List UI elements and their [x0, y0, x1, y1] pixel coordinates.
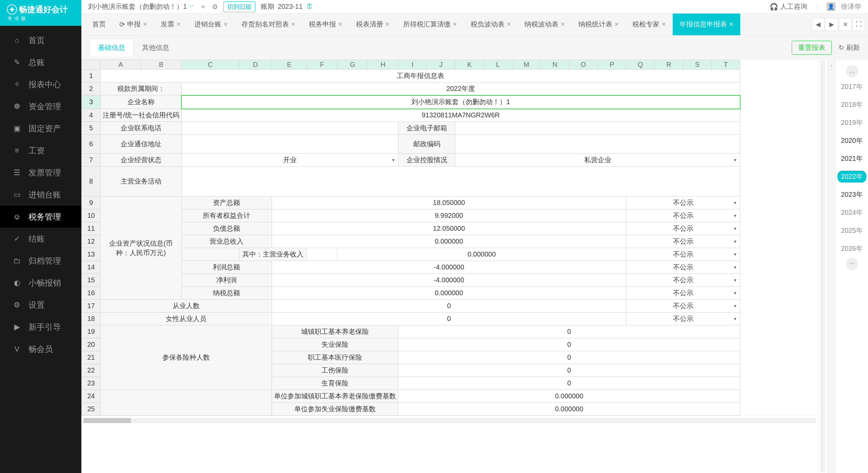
tab-close-icon[interactable]: ✕ [507, 21, 511, 27]
period-value[interactable]: 2023-11 [278, 3, 302, 11]
tab-11[interactable]: 税检专家✕ [626, 14, 673, 35]
switch-old-button[interactable]: 切到旧版 [223, 1, 255, 12]
tab-prefix-icon: ⟳ [119, 20, 125, 29]
horizontal-scrollbar[interactable] [81, 416, 818, 425]
nav-item-7[interactable]: ▭进销台账 [0, 184, 81, 206]
nav-item-14[interactable]: V畅会员 [0, 338, 81, 360]
nav-item-1[interactable]: ✎总账 [0, 51, 81, 73]
reset-report-button[interactable]: 重置报表 [792, 41, 832, 55]
disclosure-select[interactable]: 不公示 [626, 209, 740, 222]
tab-close-icon[interactable]: ✕ [176, 21, 181, 27]
disclosure-select[interactable]: 不公示 [626, 196, 740, 209]
year-option[interactable]: 2019年 [837, 117, 866, 129]
year-option[interactable]: 2020年 [837, 135, 866, 147]
nav-item-2[interactable]: ✧报表中心 [0, 73, 81, 95]
tab-5[interactable]: 税务申报✕ [302, 14, 349, 35]
year-option[interactable]: 2021年 [837, 153, 866, 165]
holding-select[interactable]: 私营企业 [455, 154, 740, 167]
fullscreen-button[interactable]: ⛶ [852, 18, 865, 31]
tab-close-icon[interactable]: ✕ [662, 21, 666, 27]
nav-item-8[interactable]: ☺税务管理 [0, 206, 81, 228]
tab-close-icon[interactable]: ✕ [385, 21, 390, 27]
disclosure-select[interactable]: 不公示 [626, 313, 740, 325]
spreadsheet[interactable]: ABCDEFGHIJKLMNOPQRST1工商年报信息表2税款所属期间：2022… [81, 60, 818, 473]
account-settings-icon[interactable]: ⚙ [212, 3, 218, 11]
year-option[interactable]: 2023年 [837, 189, 866, 201]
tab-close-icon[interactable]: ✕ [453, 21, 457, 27]
add-account-icon[interactable]: ＋ [200, 2, 206, 11]
tab-1[interactable]: ⟳申报✕ [113, 14, 154, 35]
refresh-button[interactable]: ↻ 刷新 [839, 43, 860, 52]
tab-8[interactable]: 税负波动表✕ [464, 14, 518, 35]
year-option[interactable]: 2026年 [837, 243, 866, 254]
collapse-rail-button[interactable]: ‹ [827, 60, 835, 473]
nav-icon: ✎ [12, 58, 22, 67]
tab-12[interactable]: 年报信息申报表✕ [673, 14, 740, 35]
nav-icon: V [12, 344, 22, 354]
nav-icon: ☰ [12, 168, 22, 177]
nav-item-12[interactable]: ⚙设置 [0, 294, 81, 316]
year-down-button[interactable]: ﹀ [846, 258, 858, 270]
nav-item-6[interactable]: ☰发票管理 [0, 162, 81, 184]
inner-tab-basic[interactable]: 基础信息 [90, 39, 134, 57]
tab-4[interactable]: 存货别名对照表✕ [235, 14, 302, 35]
nav-icon: ☺ [12, 212, 22, 222]
tab-close-all-button[interactable]: ✕ [839, 18, 852, 31]
tab-close-icon[interactable]: ✕ [291, 21, 295, 27]
account-selector[interactable]: 刘小艳演示账套（勿删勿动！）1 ﹀ [88, 2, 194, 11]
tab-6[interactable]: 税表清册✕ [349, 14, 396, 35]
tab-close-icon[interactable]: ✕ [729, 21, 733, 27]
nav-item-9[interactable]: ✓结账 [0, 228, 81, 250]
year-option[interactable]: 2022年 [837, 171, 866, 183]
tab-3[interactable]: 进销台账✕ [188, 14, 235, 35]
year-option[interactable]: 2024年 [837, 207, 866, 219]
tab-close-icon[interactable]: ✕ [614, 21, 619, 27]
disclosure-select[interactable]: 不公示 [626, 235, 740, 248]
year-option[interactable]: 2025年 [837, 225, 866, 236]
company-name-cell[interactable]: 刘小艳演示账套（勿删勿动！）1 [181, 95, 740, 109]
tab-0[interactable]: 首页 [85, 14, 113, 35]
calendar-icon[interactable]: 🗓 [306, 3, 313, 11]
nav-icon: ▶ [12, 322, 22, 332]
tabbar: 首页⟳申报✕发票✕进销台账✕存货别名对照表✕税务申报✕税表清册✕所得税汇算清缴✕… [81, 14, 868, 35]
tab-close-icon[interactable]: ✕ [223, 21, 228, 27]
tab-prev-button[interactable]: ◀ [812, 18, 825, 31]
disclosure-select[interactable]: 不公示 [626, 248, 740, 261]
nav-item-13[interactable]: ▶新手引导 [0, 316, 81, 338]
tab-next-button[interactable]: ▶ [825, 18, 838, 31]
nav-item-5[interactable]: ≡工资 [0, 139, 81, 162]
vertical-scrollbar[interactable] [818, 60, 827, 473]
year-option[interactable]: 2018年 [837, 99, 866, 111]
business-status-select[interactable]: 开业 [181, 154, 398, 167]
year-up-button[interactable]: ︿ [846, 65, 858, 77]
refresh-icon: ↻ [839, 43, 844, 52]
disclosure-select[interactable]: 不公示 [626, 261, 740, 274]
tab-10[interactable]: 纳税统计表✕ [572, 14, 626, 35]
year-option[interactable]: 2017年 [837, 81, 866, 93]
avatar[interactable]: 👤 [827, 2, 835, 11]
topbar: 刘小艳演示账套（勿删勿动！）1 ﹀ ＋ ⚙ 切到旧版 账期 2023-11 🗓 … [81, 0, 868, 14]
chevron-down-icon: ﹀ [189, 3, 194, 10]
nav-item-3[interactable]: ❁资金管理 [0, 95, 81, 117]
disclosure-select[interactable]: 不公示 [626, 300, 740, 313]
disclosure-select[interactable]: 不公示 [626, 274, 740, 287]
sidebar: ✚ 畅捷通好会计 专业版 ⌂首页✎总账✧报表中心❁资金管理▣固定资产≡工资☰发票… [0, 0, 81, 473]
nav-item-0[interactable]: ⌂首页 [0, 29, 81, 51]
consult-link[interactable]: 🎧 人工咨询 [770, 2, 807, 11]
tab-close-icon[interactable]: ✕ [560, 21, 565, 27]
nav-item-4[interactable]: ▣固定资产 [0, 117, 81, 139]
tab-7[interactable]: 所得税汇算清缴✕ [396, 14, 464, 35]
nav-item-10[interactable]: 🗀归档管理 [0, 250, 81, 272]
disclosure-select[interactable]: 不公示 [626, 287, 740, 300]
tab-9[interactable]: 纳税波动表✕ [518, 14, 572, 35]
content-toolbar: 基础信息 其他信息 重置报表 ↻ 刷新 [81, 35, 868, 60]
account-name: 刘小艳演示账套（勿删勿动！）1 [88, 2, 187, 11]
inner-tab-other[interactable]: 其他信息 [134, 39, 178, 57]
username: 徐泽华 [841, 2, 861, 11]
tab-2[interactable]: 发票✕ [154, 14, 188, 35]
nav-icon: ▭ [12, 190, 22, 200]
tab-close-icon[interactable]: ✕ [338, 21, 342, 27]
nav-item-11[interactable]: ◐小畅报销 [0, 272, 81, 294]
tab-close-icon[interactable]: ✕ [143, 21, 147, 27]
disclosure-select[interactable]: 不公示 [626, 222, 740, 235]
